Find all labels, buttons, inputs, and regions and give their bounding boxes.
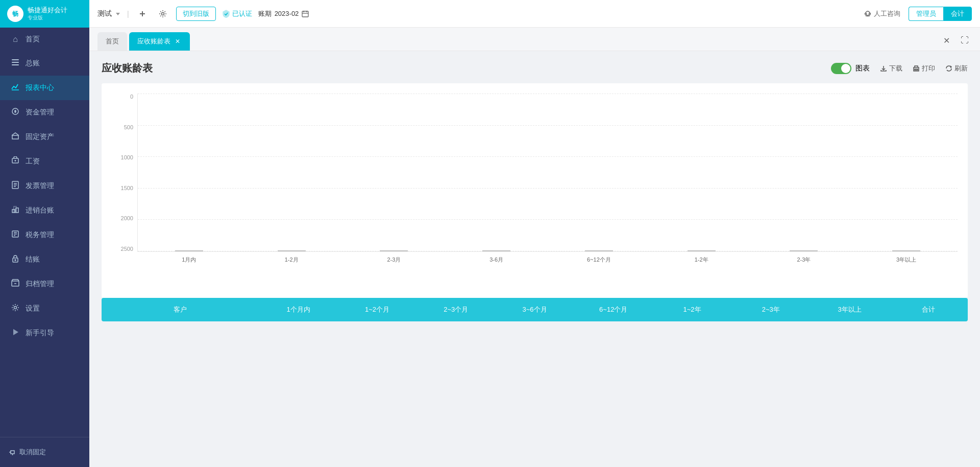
y-label-1500: 1500 xyxy=(112,185,136,191)
y-label-2500: 2500 xyxy=(112,246,136,252)
page-actions: 图表 下载 打印 刷新 xyxy=(831,63,968,74)
grid-line xyxy=(138,125,958,126)
sidebar-item-invoice[interactable]: 发票管理 xyxy=(0,174,89,198)
app-name: 畅捷通好会计 xyxy=(28,6,67,15)
sidebar-item-tax[interactable]: 税务管理 xyxy=(0,223,89,247)
sidebar-item-closing[interactable]: 结账 xyxy=(0,247,89,272)
sidebar-item-salary[interactable]: 工资 xyxy=(0,149,89,174)
data-table: 客户 1个月内 1~2个月 2~3个月 3~6个月 6~12个月 1~2年 2~… xyxy=(102,298,968,321)
svg-point-32 xyxy=(161,12,164,15)
sidebar-item-inventory[interactable]: 进销台账 xyxy=(0,198,89,223)
project-selector[interactable]: 测试 xyxy=(97,9,121,18)
sidebar: 畅 畅捷通好会计 专业版 ⌂ 首页 总账 报表中心 资金管理 xyxy=(0,0,89,467)
th-client: 客户 xyxy=(102,298,259,321)
table-header: 客户 1个月内 1~2个月 2~3个月 3~6个月 6~12个月 1~2年 2~… xyxy=(102,298,968,321)
consult-button[interactable]: 人工咨询 xyxy=(864,9,900,18)
download-button[interactable]: 下载 xyxy=(880,64,902,73)
svg-rect-1 xyxy=(12,62,19,63)
svg-rect-2 xyxy=(12,64,19,65)
svg-marker-29 xyxy=(116,13,120,15)
grid-line xyxy=(138,94,958,94)
sidebar-nav: ⌂ 首页 总账 报表中心 资金管理 固定资产 xyxy=(0,28,89,437)
archive-icon xyxy=(10,279,20,289)
th-2-3year: 2~3年 xyxy=(731,298,810,321)
tab-close-button[interactable]: ✕ xyxy=(174,37,182,45)
bar-4 xyxy=(482,250,510,251)
svg-point-24 xyxy=(14,307,17,309)
sidebar-item-funds[interactable]: 资金管理 xyxy=(0,100,89,125)
svg-point-21 xyxy=(15,260,16,261)
expand-button[interactable]: ⛶ xyxy=(958,33,972,48)
bar-group-6: 1-2年 xyxy=(650,250,753,251)
bar-group-1: 1月内 xyxy=(138,250,240,251)
sidebar-item-assets[interactable]: 固定资产 xyxy=(0,125,89,149)
bar-2 xyxy=(278,250,306,251)
sidebar-item-label: 新手引导 xyxy=(26,329,54,338)
tabs-bar: 首页 应收账龄表 ✕ ✕ ⛶ xyxy=(89,28,980,51)
pin-button[interactable]: 取消固定 xyxy=(0,442,89,462)
page-header: 应收账龄表 图表 下载 打印 刷新 xyxy=(102,61,968,75)
sidebar-item-label: 首页 xyxy=(26,35,40,44)
gear-icon xyxy=(159,10,167,18)
sidebar-item-label: 固定资产 xyxy=(26,132,54,142)
sidebar-item-archive[interactable]: 归档管理 xyxy=(0,272,89,296)
bar-label-6: 1-2年 xyxy=(695,256,708,264)
th-2-3month: 2~3个月 xyxy=(416,298,495,321)
project-name: 测试 xyxy=(97,9,112,18)
topbar: 测试 | 切到旧版 已认证 账期 2023-02 人工咨询 xyxy=(89,0,980,28)
y-label-2000: 2000 xyxy=(112,215,136,221)
y-label-0: 0 xyxy=(112,94,136,100)
svg-point-39 xyxy=(869,13,871,14)
certified-badge: 已认证 xyxy=(222,9,252,18)
switch-version-button[interactable]: 切到旧版 xyxy=(176,7,216,21)
bar-group-7: 2-3年 xyxy=(753,250,855,251)
grid-line xyxy=(138,219,958,220)
y-axis: 2500 2000 1500 1000 500 0 xyxy=(112,94,136,252)
tabs-actions: ✕ ⛶ xyxy=(939,33,972,48)
settings-button[interactable] xyxy=(156,7,170,21)
chart-container: 2500 2000 1500 1000 500 0 xyxy=(102,83,968,298)
assets-icon xyxy=(10,132,20,142)
settings-icon xyxy=(10,303,20,314)
chevron-down-icon xyxy=(115,11,121,17)
pin-icon xyxy=(8,449,15,456)
refresh-button[interactable]: 刷新 xyxy=(945,64,968,73)
sidebar-item-label: 工资 xyxy=(26,157,40,166)
bar-label-4: 3-6月 xyxy=(489,256,503,264)
bar-group-5: 6~12个月 xyxy=(548,250,650,251)
sidebar-item-reports[interactable]: 报表中心 xyxy=(0,76,89,100)
add-button[interactable] xyxy=(135,7,150,21)
sidebar-item-home[interactable]: ⌂ 首页 xyxy=(0,28,89,51)
bar-group-3: 2-3月 xyxy=(343,250,446,251)
bar-6 xyxy=(688,250,716,251)
tab-ar-aging[interactable]: 应收账龄表 ✕ xyxy=(129,32,190,51)
manager-button[interactable]: 管理员 xyxy=(909,7,943,21)
tax-icon xyxy=(10,230,20,240)
bar-1 xyxy=(175,250,203,251)
salary-icon xyxy=(10,156,20,167)
guide-icon xyxy=(10,328,20,338)
chart-toggle-wrap: 图表 xyxy=(831,63,870,74)
chart-toggle[interactable] xyxy=(831,63,851,74)
sidebar-item-label: 发票管理 xyxy=(26,181,54,191)
accountant-button[interactable]: 会计 xyxy=(943,7,972,21)
close-tab-button[interactable]: ✕ xyxy=(939,33,953,48)
sidebar-item-ledger[interactable]: 总账 xyxy=(0,51,89,76)
reports-icon xyxy=(10,83,20,93)
bar-label-7: 2-3年 xyxy=(797,256,811,264)
print-button[interactable]: 打印 xyxy=(913,64,935,73)
download-icon xyxy=(880,65,887,72)
sidebar-item-guide[interactable]: 新手引导 xyxy=(0,321,89,345)
bar-8 xyxy=(892,250,920,251)
sidebar-item-label: 设置 xyxy=(26,304,40,313)
tab-home[interactable]: 首页 xyxy=(97,32,127,51)
bar-label-8: 3年以上 xyxy=(896,256,916,264)
sidebar-item-label: 结账 xyxy=(26,255,40,264)
th-3-6month: 3~6个月 xyxy=(495,298,574,321)
sidebar-item-settings[interactable]: 设置 xyxy=(0,296,89,321)
plus-icon xyxy=(139,10,146,17)
bar-label-5: 6~12个月 xyxy=(587,256,611,264)
app-edition: 专业版 xyxy=(28,14,67,21)
grid-line xyxy=(138,156,958,157)
th-1month: 1个月内 xyxy=(259,298,338,321)
